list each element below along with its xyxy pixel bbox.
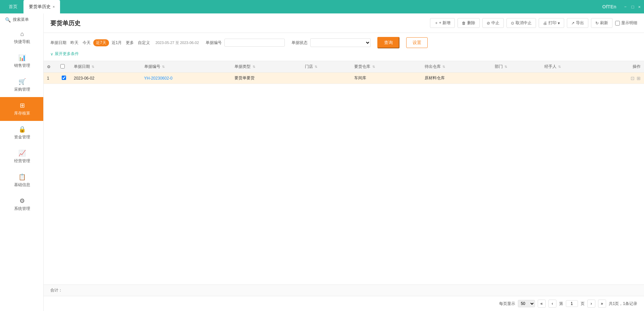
sidebar-search[interactable]: 🔍 搜索菜单	[0, 13, 43, 26]
col-doc-type[interactable]: 单据类型 ⇅	[231, 61, 301, 73]
tab-close-icon[interactable]: ×	[53, 5, 55, 9]
system-icon: ⚙	[19, 197, 25, 205]
date-opt-1month[interactable]: 近1月	[110, 39, 123, 46]
new-button[interactable]: ＋ + 新增	[430, 18, 455, 28]
print-dropdown-icon: ▾	[558, 21, 560, 26]
date-filter-group: 单据日期 昨天 今天 近7天 近1月 更多 自定义 2023-05-27 至 2…	[50, 39, 199, 46]
finance-icon: 🔒	[18, 126, 26, 133]
sort-dept-icon: ⇅	[504, 65, 507, 69]
page-suffix: 页	[581, 301, 585, 307]
doc-num-filter-group: 单据编号	[206, 39, 285, 47]
sidebar-search-label: 搜索菜单	[13, 17, 29, 23]
tab-home[interactable]: 首页	[3, 0, 23, 13]
col-doc-type-label: 单据类型	[234, 64, 251, 69]
table-area: ⚙ 单据日期 ⇅ 单据编号 ⇅	[44, 61, 644, 284]
export-icon: ↗	[571, 21, 575, 26]
col-pending-warehouse[interactable]: 待出仓库 ⇅	[421, 61, 491, 73]
page-title: 要货单历史	[50, 19, 80, 32]
col-handler-label: 经手人	[544, 64, 556, 69]
col-dept-label: 部门	[495, 64, 503, 69]
window-controls: OfTEn － □ ×	[602, 4, 641, 10]
sidebar-item-label: 资金管理	[14, 134, 30, 140]
row-checkbox-cell[interactable]	[57, 73, 70, 84]
page-input[interactable]	[566, 300, 578, 307]
row-num: 1	[44, 73, 57, 84]
total-label: 合计：	[50, 288, 62, 293]
stop-button[interactable]: ⊘ 中止	[482, 18, 504, 28]
col-date-label: 单据日期	[74, 64, 90, 69]
col-req-warehouse[interactable]: 要货仓库 ⇅	[351, 61, 421, 73]
refresh-icon: ↻	[595, 21, 599, 26]
settings-button[interactable]: 设置	[406, 37, 428, 48]
last-page-btn[interactable]: »	[598, 300, 606, 308]
sidebar-item-label: 库存核算	[14, 110, 30, 116]
display-detail-toggle[interactable]: 显示明细	[615, 20, 637, 26]
col-date[interactable]: 单据日期 ⇅	[70, 61, 141, 73]
col-doc-no-label: 单据编号	[144, 64, 160, 69]
row-pending-warehouse: 原材料仓库	[421, 73, 491, 84]
sidebar-item-inventory[interactable]: ⊞ 库存核算	[0, 97, 43, 121]
query-button[interactable]: 查询	[377, 37, 399, 48]
row-checkbox[interactable]	[62, 76, 66, 80]
sidebar-item-sales[interactable]: 📊 销售管理	[0, 49, 43, 73]
sidebar-item-label: 基础信息	[14, 182, 30, 188]
row-store	[302, 73, 351, 84]
sort-pending-warehouse-icon: ⇅	[442, 65, 445, 69]
date-opt-yesterday[interactable]: 昨天	[69, 39, 80, 46]
export-button[interactable]: ↗ 导出	[567, 18, 588, 28]
data-table: ⚙ 单据日期 ⇅ 单据编号 ⇅	[44, 61, 644, 84]
row-req-warehouse: 车间库	[351, 73, 421, 84]
col-checkbox[interactable]	[57, 61, 70, 73]
new-icon: ＋	[434, 20, 438, 26]
print-button[interactable]: 🖨 打印 ▾	[539, 18, 564, 28]
tab-active[interactable]: 要货单历史 ×	[23, 0, 60, 13]
date-opt-more[interactable]: 更多	[124, 39, 135, 46]
row-edit-icon[interactable]: ⊡	[631, 76, 635, 81]
per-page-label: 每页显示	[499, 301, 515, 307]
window-close-btn[interactable]: ×	[638, 4, 641, 9]
refresh-button[interactable]: ↻ 刷新	[591, 18, 612, 28]
expand-more-btn[interactable]: ∨ 展开更多条件	[50, 51, 637, 57]
col-dept[interactable]: 部门 ⇅	[491, 61, 541, 73]
col-actions-label: 操作	[633, 64, 641, 69]
row-doc-no-link[interactable]: YH-20230602-0	[144, 76, 173, 81]
col-store[interactable]: 门店 ⇅	[302, 61, 351, 73]
tab-home-label: 首页	[9, 4, 17, 10]
search-icon: 🔍	[5, 17, 11, 23]
sort-doctype-icon: ⇅	[253, 65, 255, 69]
first-page-btn[interactable]: «	[538, 300, 546, 308]
doc-num-input[interactable]	[224, 39, 285, 47]
tab-bar: 首页 要货单历史 ×	[3, 0, 602, 13]
sidebar-item-basic[interactable]: 📋 基础信息	[0, 169, 43, 192]
prev-page-btn[interactable]: ‹	[548, 300, 556, 308]
operation-icon: 📈	[18, 149, 26, 157]
window-max-btn[interactable]: □	[632, 4, 634, 9]
cancel-stop-button[interactable]: ⊙ 取消中止	[506, 18, 536, 28]
basic-icon: 📋	[18, 173, 26, 181]
next-page-btn[interactable]: ›	[587, 300, 595, 308]
col-handler[interactable]: 经手人 ⇅	[541, 61, 601, 73]
date-opt-today[interactable]: 今天	[81, 39, 92, 46]
sidebar-item-finance[interactable]: 🔒 资金管理	[0, 121, 43, 145]
sidebar-item-purchase[interactable]: 🛒 采购管理	[0, 73, 43, 97]
window-min-btn[interactable]: －	[623, 4, 628, 10]
table-header-row: ⚙ 单据日期 ⇅ 单据编号 ⇅	[44, 61, 644, 73]
sort-date-icon: ⇅	[92, 65, 94, 69]
row-doc-no: YH-20230602-0	[141, 73, 231, 84]
col-settings[interactable]: ⚙	[44, 61, 57, 73]
date-opt-7days[interactable]: 近7天	[93, 39, 109, 46]
status-select[interactable]	[310, 38, 371, 47]
sidebar-item-system[interactable]: ⚙ 系统管理	[0, 192, 43, 216]
display-detail-checkbox[interactable]	[615, 21, 620, 26]
date-opt-custom[interactable]: 自定义	[137, 39, 151, 46]
col-doc-no[interactable]: 单据编号 ⇅	[141, 61, 231, 73]
select-all-checkbox[interactable]	[60, 64, 65, 69]
row-more-icon[interactable]: ⊞	[637, 76, 641, 81]
delete-button[interactable]: 🗑 删除	[458, 18, 480, 28]
sidebar-item-operation[interactable]: 📈 经营管理	[0, 145, 43, 169]
tab-active-label: 要货单历史	[29, 4, 51, 10]
per-page-select[interactable]: 50 100	[518, 300, 535, 307]
row-handler	[541, 73, 601, 84]
sidebar-item-quick-nav[interactable]: ⌂ 快捷导航	[0, 26, 43, 49]
header-actions: ＋ + 新增 🗑 删除 ⊘ 中止 ⊙ 取消中止 🖨 打印	[430, 18, 637, 33]
